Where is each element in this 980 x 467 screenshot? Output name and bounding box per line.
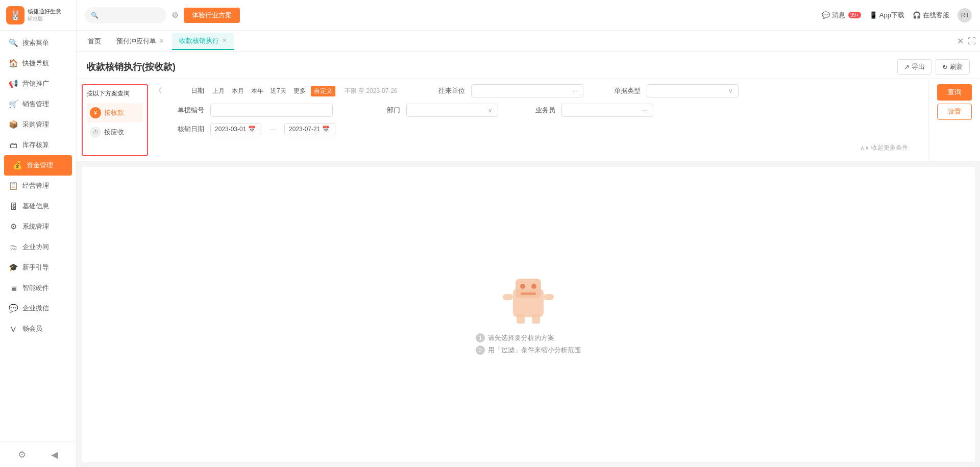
sidebar-nav: 🔍 搜索菜单 🏠 快捷导航 📢 营销推广 🛒 销售管理 📦 采购管理 🗃 库存核… bbox=[0, 31, 76, 441]
writeoff-start-date[interactable]: 2023-03-01 📅 bbox=[210, 123, 261, 135]
online-service-btn[interactable]: 🎧 在线客服 bbox=[913, 11, 949, 20]
svg-rect-4 bbox=[521, 292, 536, 295]
system-icon: ⚙ bbox=[8, 222, 18, 232]
filter-option-by-receivable[interactable]: ⏱ 按应收 bbox=[87, 122, 143, 142]
sidebar-item-business[interactable]: 📋 经营管理 bbox=[0, 176, 76, 196]
collapse-sidebar-icon[interactable]: ◀ bbox=[51, 449, 58, 460]
refresh-icon: ↻ bbox=[942, 63, 948, 71]
baseinfo-icon: 🗄 bbox=[8, 201, 18, 211]
tip-text-2: 用「过滤」条件来缩小分析范围 bbox=[488, 346, 581, 355]
sidebar-item-finance[interactable]: 💰 资金管理 bbox=[4, 155, 72, 176]
sidebar-item-cooperation[interactable]: 🗂 企业协同 bbox=[0, 237, 76, 257]
writeoff-start-value: 2023-03-01 bbox=[215, 126, 246, 133]
page-title: 收款核销执行(按收款) bbox=[87, 61, 176, 73]
app-label: App下载 bbox=[879, 11, 904, 20]
topbar-search[interactable]: 🔍 bbox=[85, 7, 166, 23]
sales-icon: 🛒 bbox=[8, 99, 18, 109]
sidebar-item-inventory[interactable]: 🗃 库存核算 bbox=[0, 135, 76, 155]
industry-btn[interactable]: 体验行业方案 bbox=[184, 8, 240, 23]
baseinfo-label: 基础信息 bbox=[22, 202, 49, 211]
logo-tag: 标准版 bbox=[28, 15, 61, 22]
collapse-more-label: 收起更多条件 bbox=[871, 143, 908, 152]
sidebar-item-wechat[interactable]: 💬 企业微信 bbox=[0, 298, 76, 318]
date-this-year[interactable]: 本年 bbox=[249, 86, 265, 96]
close-tab-btn[interactable]: ✕ bbox=[957, 36, 964, 46]
salesperson-select[interactable]: ··· bbox=[561, 104, 653, 117]
logo-icon: 🐰 bbox=[6, 6, 24, 24]
tab-prepay[interactable]: 预付冲应付单✕ bbox=[109, 33, 171, 50]
tab-prepay-close[interactable]: ✕ bbox=[159, 38, 164, 44]
search-label: 搜索菜单 bbox=[22, 38, 49, 47]
topbar: 🔍 ⚙ 体验行业方案 💬 消息 99+ 📱 App下载 🎧 在线客服 Rit bbox=[77, 0, 980, 31]
sales-label: 销售管理 bbox=[22, 100, 49, 109]
purchase-icon: 📦 bbox=[8, 119, 18, 130]
app-icon: 📱 bbox=[869, 11, 877, 19]
guide-icon: 🎓 bbox=[8, 262, 18, 273]
header-actions: ↗ 导出 ↻ 刷新 bbox=[897, 59, 970, 75]
sidebar-item-search[interactable]: 🔍 搜索菜单 bbox=[0, 33, 76, 53]
date-last-month[interactable]: 上月 bbox=[210, 86, 227, 96]
gear-icon[interactable]: ⚙ bbox=[172, 10, 179, 20]
partner-dots: ··· bbox=[573, 87, 578, 94]
query-btn[interactable]: 查询 bbox=[937, 84, 972, 101]
date-this-month[interactable]: 本月 bbox=[230, 86, 246, 96]
doc-no-label: 单据编号 bbox=[174, 106, 204, 115]
filter-sidebar-title: 按以下方案查询 bbox=[87, 89, 143, 98]
doc-type-select[interactable]: ∨ bbox=[647, 84, 739, 97]
date-7days[interactable]: 近7天 bbox=[268, 86, 288, 96]
sidebar-item-marketing[interactable]: 📢 营销推广 bbox=[0, 73, 76, 94]
sidebar-item-quicknav[interactable]: 🏠 快捷导航 bbox=[0, 53, 76, 73]
sidebar-item-purchase[interactable]: 📦 采购管理 bbox=[0, 114, 76, 135]
setting-btn[interactable]: 设置 bbox=[937, 104, 972, 120]
page-header: 收款核销执行(按收款) ↗ 导出 ↻ 刷新 bbox=[77, 52, 980, 79]
date-more[interactable]: 更多 bbox=[291, 86, 308, 96]
collapse-more-btn[interactable]: ∧∧ 收起更多条件 bbox=[860, 143, 908, 152]
tab-prepay-label: 预付冲应付单 bbox=[116, 37, 156, 46]
settings-icon[interactable]: ⚙ bbox=[18, 449, 26, 460]
svg-point-3 bbox=[531, 284, 536, 289]
guide-label: 新手引导 bbox=[22, 263, 49, 272]
purchase-label: 采购管理 bbox=[22, 120, 49, 129]
empty-area: 1 请先选择要分析的方案 2 用「过滤」条件来缩小分析范围 bbox=[82, 167, 975, 462]
refresh-btn[interactable]: ↻ 刷新 bbox=[936, 59, 970, 75]
tab-writeoff[interactable]: 收款核销执行✕ bbox=[172, 33, 234, 50]
finance-label: 资金管理 bbox=[27, 161, 53, 170]
message-btn[interactable]: 💬 消息 99+ bbox=[822, 11, 861, 20]
doc-no-input[interactable] bbox=[210, 104, 333, 117]
collapse-icon: 《 bbox=[155, 86, 162, 95]
sidebar-logo: 🐰 畅捷通好生意 标准版 bbox=[0, 0, 76, 31]
date-custom[interactable]: 自定义 bbox=[311, 86, 335, 96]
filter-row-1: 日期 上月 本月 本年 近7天 更多 自定义 不限 至 2023-07-26 往… bbox=[174, 84, 918, 97]
tab-home[interactable]: 首页 bbox=[81, 33, 108, 50]
app-download-btn[interactable]: 📱 App下载 bbox=[869, 11, 904, 20]
sidebar-item-hardware[interactable]: 🖥 智能硬件 bbox=[0, 278, 76, 298]
tab-writeoff-close[interactable]: ✕ bbox=[222, 37, 227, 44]
member-label: 畅会员 bbox=[22, 324, 42, 333]
message-badge: 99+ bbox=[848, 12, 861, 18]
receipt-icon: ¥ bbox=[90, 107, 101, 118]
tab-writeoff-label: 收款核销执行 bbox=[179, 36, 219, 45]
inventory-icon: 🗃 bbox=[8, 140, 18, 150]
sidebar-item-baseinfo[interactable]: 🗄 基础信息 bbox=[0, 196, 76, 216]
export-btn[interactable]: ↗ 导出 bbox=[897, 59, 932, 75]
sidebar-item-guide[interactable]: 🎓 新手引导 bbox=[0, 257, 76, 278]
user-area[interactable]: Rit bbox=[958, 8, 972, 22]
sidebar-bottom: ⚙ ◀ bbox=[0, 441, 76, 467]
quicknav-icon: 🏠 bbox=[8, 58, 18, 68]
sidebar-item-system[interactable]: ⚙ 系统管理 bbox=[0, 216, 76, 237]
cooperation-label: 企业协同 bbox=[22, 242, 49, 252]
partner-select[interactable]: ··· bbox=[471, 84, 583, 97]
writeoff-end-date[interactable]: 2023-07-21 📅 bbox=[284, 123, 335, 135]
business-icon: 📋 bbox=[8, 181, 18, 191]
marketing-label: 营销推广 bbox=[22, 79, 49, 88]
collapse-filter-btn[interactable]: 《 bbox=[153, 79, 163, 161]
filter-option-by-receipt[interactable]: ¥ 按收款 bbox=[87, 103, 143, 122]
filter-actions: 查询 设置 bbox=[928, 79, 980, 161]
user-avatar: Rit bbox=[958, 8, 972, 22]
sidebar-item-member[interactable]: V 畅会员 bbox=[0, 318, 76, 339]
marketing-icon: 📢 bbox=[8, 79, 18, 89]
svg-rect-7 bbox=[517, 314, 525, 324]
dept-select[interactable]: ∨ bbox=[406, 104, 498, 117]
expand-tab-btn[interactable]: ⛶ bbox=[968, 37, 976, 46]
sidebar-item-sales[interactable]: 🛒 销售管理 bbox=[0, 94, 76, 114]
